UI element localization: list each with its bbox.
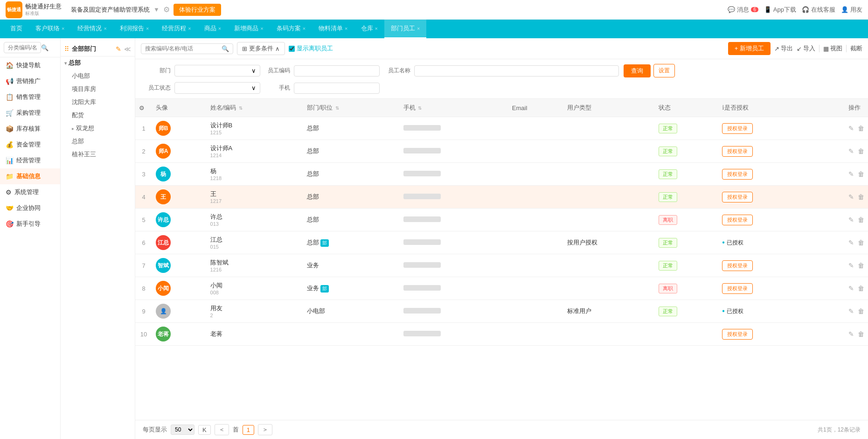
messages-action[interactable]: 💬 消息 6 <box>728 6 758 14</box>
delete-btn[interactable]: 🗑 <box>858 285 864 292</box>
edit-btn[interactable]: ✎ <box>848 147 854 155</box>
sidebar-item-capital[interactable]: 💰 资金管理 <box>0 137 60 153</box>
query-button[interactable]: 查询 <box>624 64 651 77</box>
first-page-btn[interactable]: K <box>198 425 211 435</box>
col-dept[interactable]: 部门/职位 ⇅ <box>303 99 400 117</box>
prev-page-btn[interactable]: ＜ <box>215 424 229 435</box>
auth-btn[interactable]: 授权登录 <box>722 169 753 180</box>
sidebar-item-quick-nav[interactable]: 🏠 快捷导航 <box>0 57 60 73</box>
delete-btn[interactable]: 🗑 <box>858 170 864 178</box>
edit-btn[interactable]: ✎ <box>848 216 854 223</box>
tab-warehouse[interactable]: 仓库× <box>354 20 384 38</box>
phone-input[interactable] <box>294 83 380 94</box>
settings-icon[interactable]: ⚙ <box>163 5 170 14</box>
auth-btn[interactable]: 授权登录 <box>722 329 753 340</box>
auth-btn[interactable]: 授权登录 <box>722 146 753 157</box>
delete-btn[interactable]: 🗑 <box>858 193 864 201</box>
tab-profit-close[interactable]: × <box>146 26 149 31</box>
tab-warehouse-close[interactable]: × <box>375 26 378 31</box>
tab-dept-employee-close[interactable]: × <box>417 26 420 31</box>
edit-btn[interactable]: ✎ <box>848 285 854 292</box>
collapse-tree-icon[interactable]: ≪ <box>124 45 131 53</box>
tab-home[interactable]: 首页 <box>4 20 29 38</box>
sidebar-item-operation[interactable]: 📊 经营管理 <box>0 153 60 168</box>
tree-node-shenyang[interactable]: 沈阳大库 <box>61 96 135 109</box>
col-settings-icon[interactable]: ⚙ <box>139 105 145 111</box>
tab-profit[interactable]: 利润报告× <box>113 20 155 38</box>
show-resigned-checkbox[interactable] <box>289 46 295 52</box>
sidebar-search-icon[interactable]: 🔍 <box>41 44 49 51</box>
col-phone[interactable]: 手机 ⇅ <box>400 99 508 117</box>
sidebar-item-inventory[interactable]: 📦 库存核算 <box>0 121 60 137</box>
tree-node-shuanglong[interactable]: ▸ 双龙想 <box>61 122 135 135</box>
add-employee-button[interactable]: + 新增员工 <box>728 42 771 55</box>
emp-name-input[interactable] <box>414 65 619 77</box>
service-action[interactable]: 🎧 在线客服 <box>802 6 835 14</box>
delete-btn[interactable]: 🗑 <box>858 125 864 132</box>
tree-node-zhibusan[interactable]: 植补王三 <box>61 148 135 161</box>
tree-node-xiaodian[interactable]: 小电部 <box>61 70 135 83</box>
sidebar-item-guide[interactable]: 🎯 新手引导 <box>0 216 60 232</box>
search-btn-icon[interactable]: 🔍 <box>222 45 229 52</box>
per-page-select[interactable]: 50 20 100 <box>171 425 194 435</box>
tree-node-zb[interactable]: 总部 <box>61 135 135 148</box>
tab-customer[interactable]: 客户联络× <box>29 20 71 38</box>
edit-btn[interactable]: ✎ <box>848 307 854 315</box>
edit-btn[interactable]: ✎ <box>848 125 854 132</box>
sidebar-item-system[interactable]: ⚙ 系统管理 <box>0 184 60 200</box>
delete-btn[interactable]: 🗑 <box>858 147 864 155</box>
sidebar-item-marketing[interactable]: 📢 营销推广 <box>0 73 60 89</box>
view-button[interactable]: ▦ 视图 <box>823 44 842 53</box>
tab-process-close[interactable]: × <box>188 26 191 31</box>
all-dept-label[interactable]: 全部部门 <box>72 45 113 53</box>
sidebar-item-basic-info[interactable]: 📁 基础信息 <box>0 168 60 184</box>
tab-finance[interactable]: 经营情况× <box>71 20 113 38</box>
tab-goods-close[interactable]: × <box>218 26 221 31</box>
auth-btn[interactable]: 授权登录 <box>722 283 753 294</box>
auth-btn[interactable]: 授权登录 <box>722 192 753 202</box>
sidebar-item-enterprise[interactable]: 🤝 企业协同 <box>0 200 60 216</box>
tree-node-project[interactable]: 项目库房 <box>61 83 135 96</box>
search-input[interactable] <box>145 45 220 52</box>
dept-filter-select[interactable]: ∨ <box>174 65 260 77</box>
auth-btn[interactable]: 授权登录 <box>722 260 753 271</box>
export-button[interactable]: ↗ 导出 <box>774 44 793 53</box>
user-action[interactable]: 👤 用友 <box>841 6 862 14</box>
edit-btn[interactable]: ✎ <box>848 262 854 269</box>
trial-button[interactable]: 体验行业方案 <box>174 4 221 16</box>
sidebar-item-sales[interactable]: 📋 销售管理 <box>0 89 60 105</box>
tab-process[interactable]: 经营历程× <box>155 20 197 38</box>
tab-material[interactable]: 物料清单× <box>312 20 354 38</box>
delete-btn[interactable]: 🗑 <box>858 330 864 338</box>
edit-btn[interactable]: ✎ <box>848 330 854 338</box>
tab-customer-close[interactable]: × <box>62 26 64 31</box>
emp-code-input[interactable] <box>294 65 380 77</box>
settings-small-button[interactable]: 设置 <box>653 64 675 77</box>
tab-barcode[interactable]: 条码方案× <box>270 20 312 38</box>
tab-add-goods-close[interactable]: × <box>260 26 263 31</box>
tab-dept-employee[interactable]: 部门员工× <box>384 20 426 38</box>
tree-node-distribution[interactable]: 配货 <box>61 109 135 122</box>
edit-btn[interactable]: ✎ <box>848 170 854 178</box>
sidebar-item-purchase[interactable]: 🛒 采购管理 <box>0 105 60 121</box>
tab-finance-close[interactable]: × <box>104 26 106 31</box>
sidebar-search-input[interactable] <box>4 42 41 53</box>
delete-btn[interactable]: 🗑 <box>858 262 864 269</box>
col-name-code[interactable]: 姓名/编码 ⇅ <box>207 99 303 117</box>
app-download-action[interactable]: 📱 App下载 <box>764 6 796 14</box>
tree-node-zongbu[interactable]: ▾ 总部 <box>61 56 135 70</box>
tab-material-close[interactable]: × <box>345 26 347 31</box>
edit-btn[interactable]: ✎ <box>848 193 854 201</box>
import-button[interactable]: ↙ 导入 <box>797 44 815 53</box>
auth-btn[interactable]: 授权登录 <box>722 123 753 134</box>
edit-dept-icon[interactable]: ✎ <box>116 45 121 53</box>
tab-goods[interactable]: 商品× <box>198 20 228 38</box>
more-conditions-btn[interactable]: ⊞ 更多条件 ∧ <box>237 42 285 55</box>
more-button[interactable]: 截断 <box>850 44 862 53</box>
show-resigned-checkbox-wrap[interactable]: 显示离职员工 <box>289 44 333 53</box>
edit-btn[interactable]: ✎ <box>848 239 854 246</box>
delete-btn[interactable]: 🗑 <box>858 239 864 246</box>
dropdown-icon[interactable]: ▼ <box>153 6 160 13</box>
emp-status-select[interactable]: ∨ <box>174 82 260 94</box>
tab-barcode-close[interactable]: × <box>303 26 306 31</box>
